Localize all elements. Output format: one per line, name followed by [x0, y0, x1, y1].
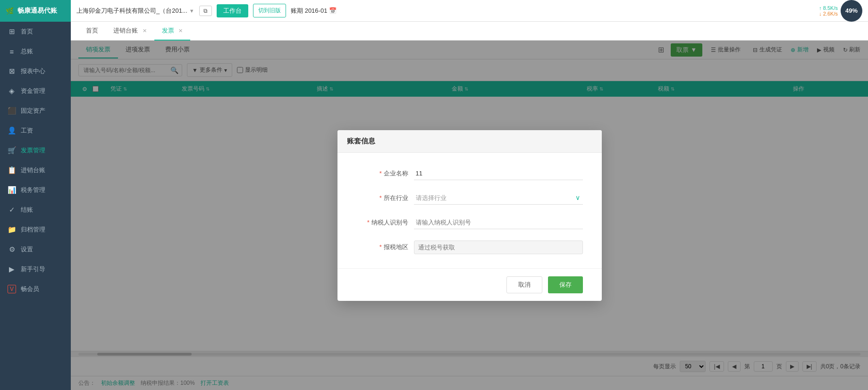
guide-icon: ▶ [8, 265, 16, 274]
nav-tabs: 首页 进销台账 ✕ 发票 ✕ [71, 22, 868, 41]
company-selector[interactable]: 上海卯金刀电子科技有限公司_（台201... ▼ [76, 7, 194, 15]
sidebar-item-close-account[interactable]: ✓ 结账 [0, 200, 71, 220]
speed-stats: ↑ 8.5K/s ↓ 2.6K/s [819, 5, 838, 17]
sidebar-item-payroll[interactable]: 👤 工资 [0, 121, 71, 141]
tab-close-icon[interactable]: ✕ [178, 28, 183, 33]
sidebar-item-label: 工资 [21, 126, 33, 135]
region-label: * 报税地区 [356, 243, 408, 251]
tab-sales-ledger[interactable]: 进销台账 ✕ [106, 22, 154, 41]
sidebar-item-guide[interactable]: ▶ 新手引导 [0, 259, 71, 279]
copy-button[interactable]: ⧉ [199, 6, 212, 16]
taxid-input[interactable] [414, 216, 583, 229]
sidebar-item-archive[interactable]: 📁 归档管理 [0, 220, 71, 240]
company-name: 上海卯金刀电子科技有限公司_（台201... [76, 7, 187, 15]
industry-select-wrap: 请选择行业 ∨ [414, 191, 583, 205]
account-info-modal: 账套信息 * 企业名称 * 所在行业 [337, 130, 602, 301]
tax-icon: 📊 [8, 186, 16, 194]
archive-icon: 📁 [8, 225, 16, 234]
sidebar-item-ledger[interactable]: ≡ 总账 [0, 41, 71, 61]
sidebar-item-label: 报表中心 [21, 67, 45, 75]
sidebar-item-home[interactable]: ⊞ 首页 [0, 22, 71, 41]
finance-icon: ◈ [8, 87, 16, 95]
content-area: 销项发票 进项发票 费用小票 ⊞ 取票 ▼ ☰ 批量操作 ⊟ [71, 41, 868, 390]
download-speed: ↓ 2.6K/s [819, 11, 838, 17]
calendar-icon[interactable]: 📅 [329, 7, 337, 14]
form-row-enterprise: * 企业名称 [356, 167, 583, 180]
cancel-button[interactable]: 取消 [506, 276, 542, 293]
sidebar-item-settings[interactable]: ⚙ 设置 [0, 240, 71, 259]
tab-close-icon[interactable]: ✕ [143, 28, 147, 33]
payroll-icon: 👤 [8, 126, 16, 135]
sidebar-item-member[interactable]: V 畅会员 [0, 279, 71, 299]
topbar-right: ↑ 8.5K/s ↓ 2.6K/s 49% [819, 0, 862, 22]
reports-icon: ⊠ [8, 67, 16, 75]
app-logo-icon: 🌿 [6, 7, 14, 15]
industry-select[interactable]: 请选择行业 [414, 191, 583, 204]
tab-home[interactable]: 首页 [78, 22, 106, 41]
period-value: 2016-01 [305, 7, 328, 14]
company-chevron-icon: ▼ [189, 8, 194, 14]
ledger-icon: ≡ [8, 48, 16, 56]
form-row-region: * 报税地区 [356, 241, 583, 254]
settings-icon: ⚙ [8, 245, 16, 254]
sidebar-item-label: 固定资产 [21, 107, 45, 115]
modal-footer: 取消 保存 [337, 268, 602, 301]
sidebar-item-label: 归档管理 [21, 225, 45, 234]
app-logo: 🌿 畅康通易代账 [0, 0, 71, 22]
modal-title: 账套信息 [337, 130, 602, 153]
sidebar-item-label: 总账 [21, 47, 33, 56]
sidebar-item-label: 资金管理 [21, 87, 45, 95]
sidebar-item-label: 设置 [21, 245, 33, 254]
sidebar-item-label: 进销台账 [21, 166, 45, 174]
sidebar-item-tax[interactable]: 📊 税务管理 [0, 180, 71, 200]
sales-ledger-icon: 📋 [8, 166, 16, 174]
sidebar-item-reports[interactable]: ⊠ 报表中心 [0, 61, 71, 81]
modal-overlay[interactable]: 账套信息 * 企业名称 * 所在行业 [71, 41, 868, 390]
sidebar-item-invoice[interactable]: 🛒 发票管理 [0, 141, 71, 160]
app-name: 畅康通易代账 [17, 7, 57, 15]
period-label: 账期 [291, 7, 303, 15]
taxid-label: * 纳税人识别号 [356, 218, 408, 227]
member-icon: V [8, 285, 16, 293]
enterprise-input[interactable] [414, 167, 583, 180]
sidebar-item-label: 畅会员 [21, 285, 39, 293]
industry-label: * 所在行业 [356, 194, 408, 202]
workbench-button[interactable]: 工作台 [217, 4, 248, 17]
save-button[interactable]: 保存 [548, 276, 583, 293]
form-row-taxid: * 纳税人识别号 [356, 216, 583, 229]
topbar: 上海卯金刀电子科技有限公司_（台201... ▼ ⧉ 工作台 切到旧版 账期 2… [71, 0, 868, 22]
switch-version-button[interactable]: 切到旧版 [253, 4, 286, 17]
form-row-industry: * 所在行业 请选择行业 ∨ [356, 191, 583, 205]
invoice-icon: 🛒 [8, 146, 16, 155]
sidebar-item-label: 税务管理 [21, 186, 45, 194]
sidebar-item-label: 结账 [21, 206, 33, 214]
sidebar: 🌿 畅康通易代账 ⊞ 首页 ≡ 总账 ⊠ 报表中心 ◈ 资金管理 ⬛ 固定资产 … [0, 0, 71, 390]
upload-speed: ↑ 8.5K/s [819, 5, 838, 11]
enterprise-label: * 企业名称 [356, 169, 408, 178]
region-input [414, 241, 583, 254]
sidebar-item-label: 首页 [21, 27, 33, 36]
sidebar-item-assets[interactable]: ⬛ 固定资产 [0, 101, 71, 121]
modal-body: * 企业名称 * 所在行业 请选择行业 [337, 153, 602, 268]
close-account-icon: ✓ [8, 206, 16, 214]
main-area: 上海卯金刀电子科技有限公司_（台201... ▼ ⧉ 工作台 切到旧版 账期 2… [71, 0, 868, 390]
sidebar-item-label: 新手引导 [21, 265, 45, 274]
home-icon: ⊞ [8, 27, 16, 36]
speed-indicator: 49% [841, 0, 862, 22]
sidebar-item-label: 发票管理 [21, 146, 45, 155]
tab-invoice[interactable]: 发票 ✕ [154, 22, 191, 41]
sidebar-item-sales-ledger[interactable]: 📋 进销台账 [0, 160, 71, 180]
period-display: 账期 2016-01 📅 [291, 7, 337, 15]
assets-icon: ⬛ [8, 107, 16, 115]
sidebar-item-finance[interactable]: ◈ 资金管理 [0, 81, 71, 101]
